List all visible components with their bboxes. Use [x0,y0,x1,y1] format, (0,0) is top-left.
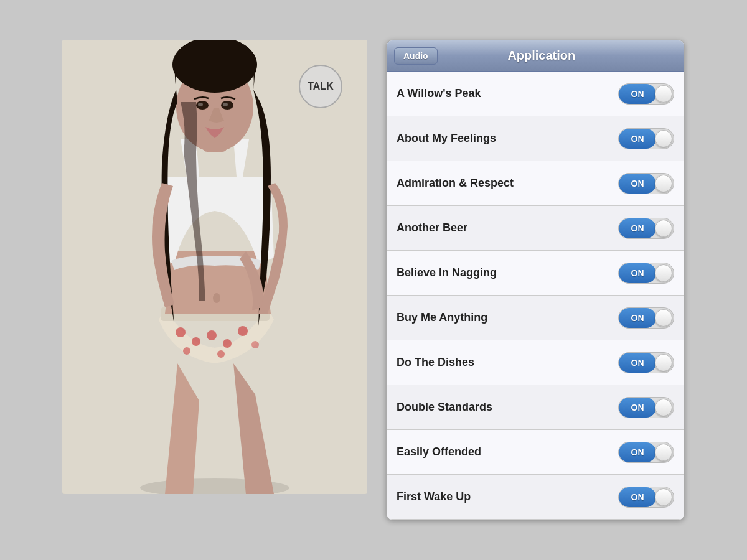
svg-point-9 [217,350,225,358]
settings-row: A Willow's PeakON [387,72,684,116]
toggle-container: ON [618,128,674,149]
settings-row: Easily OffendedON [387,430,684,475]
svg-point-7 [238,326,248,336]
toggle-knob [655,220,672,237]
toggle-switch[interactable]: ON [618,128,674,149]
toggle-on-area: ON [619,398,656,418]
toggle-on-area: ON [619,218,656,238]
toggle-container: ON [618,263,674,284]
row-label: First Wake Up [397,490,471,503]
toggle-switch[interactable]: ON [618,218,674,239]
settings-row: Admiration & RespectON [387,161,684,206]
toggle-on-area: ON [619,129,656,149]
toggle-knob [655,85,672,103]
toggle-knob [655,399,672,416]
svg-point-10 [251,341,259,348]
toggle-on-label: ON [631,268,644,278]
toggle-switch[interactable]: ON [618,352,674,373]
svg-point-18 [223,103,228,106]
row-label: Believe In Nagging [397,266,497,279]
toggle-container: ON [618,83,674,105]
row-label: About My Feelings [397,132,496,145]
toggle-switch[interactable]: ON [618,263,674,284]
svg-point-4 [192,337,200,346]
toggle-switch[interactable]: ON [618,173,674,194]
settings-panel: Audio Application A Willow's PeakONAbout… [386,40,685,520]
toggle-knob [655,444,672,461]
toggle-on-label: ON [631,403,644,413]
toggle-switch[interactable]: ON [618,442,674,463]
toggle-on-label: ON [631,179,644,189]
image-placeholder: TALK [62,40,367,494]
toggle-container: ON [618,352,674,373]
toggle-switch[interactable]: ON [618,397,674,418]
toggle-switch[interactable]: ON [618,307,674,329]
settings-row: Buy Me AnythingON [387,296,684,340]
settings-row: Double StandardsON [387,385,684,430]
toggle-switch[interactable]: ON [618,83,674,105]
svg-point-8 [183,347,190,355]
toggle-switch[interactable]: ON [618,487,674,508]
toggle-on-area: ON [619,263,656,283]
row-label: A Willow's Peak [397,87,481,100]
toggle-on-label: ON [631,447,644,457]
toggle-on-area: ON [619,84,656,104]
toggle-knob [655,309,672,327]
settings-row: Do The DishesON [387,340,684,385]
toggle-container: ON [618,397,674,418]
toggle-on-label: ON [631,358,644,368]
settings-header: Audio Application [387,40,684,72]
toggle-knob [655,175,672,192]
toggle-container: ON [618,173,674,194]
toggle-on-area: ON [619,442,656,462]
row-label: Admiration & Respect [397,177,514,190]
row-label: Double Standards [397,401,492,414]
toggle-knob [655,130,672,147]
toggle-knob [655,488,672,506]
main-container: TALK Audio Application A Willow's PeakON… [50,27,697,533]
svg-point-5 [207,330,217,340]
toggle-on-label: ON [631,492,644,502]
svg-point-3 [176,327,186,337]
toggle-container: ON [618,218,674,239]
toggle-on-label: ON [631,313,644,323]
toggle-knob [655,354,672,371]
toggle-container: ON [618,307,674,329]
settings-row: About My FeelingsON [387,116,684,161]
settings-row: Believe In NaggingON [387,251,684,296]
row-label: Another Beer [397,222,467,235]
row-label: Do The Dishes [397,356,474,369]
toggle-container: ON [618,487,674,508]
audio-button[interactable]: Audio [394,47,438,65]
row-label: Easily Offended [397,446,481,459]
toggle-on-area: ON [619,353,656,373]
row-label: Buy Me Anything [397,311,487,324]
toggle-container: ON [618,442,674,463]
toggle-on-label: ON [631,134,644,144]
toggle-on-label: ON [631,223,644,233]
toggle-knob [655,264,672,282]
image-panel: TALK [62,40,367,494]
toggle-on-label: ON [631,89,644,99]
talk-button[interactable]: TALK [299,65,342,108]
toggle-on-area: ON [619,487,656,507]
settings-row: Another BeerON [387,206,684,251]
header-title: Application [444,49,639,63]
toggle-on-area: ON [619,174,656,194]
toggle-on-area: ON [619,308,656,328]
settings-row: First Wake UpON [387,475,684,520]
settings-list: A Willow's PeakONAbout My FeelingsONAdmi… [387,72,684,520]
svg-point-11 [213,293,220,303]
svg-point-17 [198,103,203,106]
svg-point-6 [223,339,232,348]
